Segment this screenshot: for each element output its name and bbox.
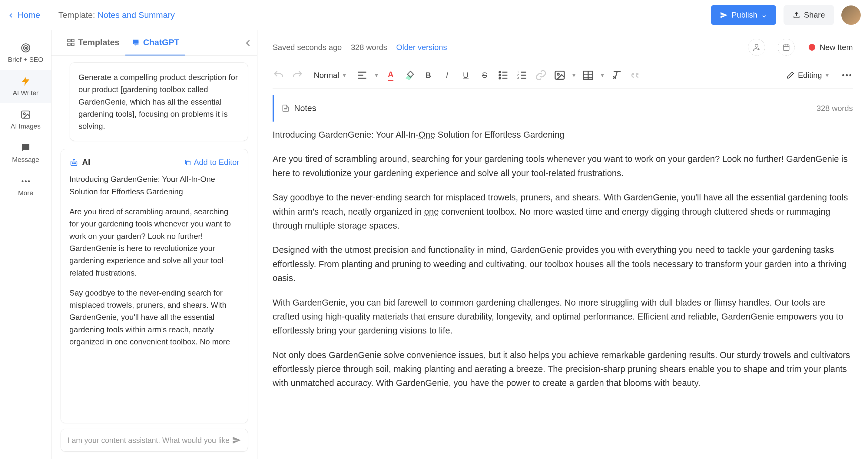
chevron-down-icon[interactable]: ▾ bbox=[572, 71, 576, 79]
table-button[interactable] bbox=[582, 69, 594, 81]
bullet-list-button[interactable] bbox=[497, 69, 509, 81]
rail-message[interactable]: Message bbox=[0, 137, 51, 170]
redo-button[interactable] bbox=[291, 69, 304, 81]
svg-point-25 bbox=[557, 73, 559, 75]
svg-point-18 bbox=[499, 71, 501, 73]
svg-point-29 bbox=[849, 74, 851, 77]
send-button[interactable] bbox=[232, 436, 241, 445]
share-button[interactable]: Share bbox=[783, 5, 834, 25]
add-to-editor-button[interactable]: Add to Editor bbox=[184, 157, 239, 167]
spellcheck-word[interactable]: one bbox=[424, 207, 438, 217]
home-label: Home bbox=[18, 10, 40, 20]
quote-button[interactable] bbox=[629, 69, 642, 81]
italic-button[interactable]: I bbox=[441, 69, 453, 81]
svg-point-0 bbox=[22, 44, 30, 52]
rail-label: AI Writer bbox=[13, 89, 38, 97]
notes-word-count: 328 words bbox=[816, 104, 853, 113]
upload-icon bbox=[793, 11, 801, 19]
tab-label: Templates bbox=[78, 37, 119, 47]
older-versions-link[interactable]: Older versions bbox=[396, 43, 447, 52]
doc-paragraph[interactable]: Not only does GardenGenie solve convenie… bbox=[273, 348, 853, 390]
doc-paragraph[interactable]: Are you tired of scrambling around, sear… bbox=[273, 152, 853, 180]
rail-brief-seo[interactable]: Brief + SEO bbox=[0, 36, 51, 70]
mode-select[interactable]: Editing ▾ bbox=[786, 70, 829, 80]
ai-response-body: Introducing GardenGenie: Your All-In-One… bbox=[69, 173, 239, 355]
publish-button[interactable]: Publish bbox=[711, 5, 776, 25]
rail-more[interactable]: More bbox=[0, 170, 51, 203]
ai-paragraph: Introducing GardenGenie: Your All-In-One… bbox=[69, 173, 239, 198]
copy-icon bbox=[184, 159, 191, 166]
editor-main: Saved seconds ago 328 words Older versio… bbox=[257, 30, 868, 459]
doc-paragraph[interactable]: With GardenGenie, you can bid farewell t… bbox=[273, 295, 853, 338]
word-count: 328 words bbox=[351, 43, 387, 52]
highlight-button[interactable] bbox=[403, 69, 415, 81]
svg-point-27 bbox=[842, 74, 844, 77]
undo-button[interactable] bbox=[273, 69, 285, 81]
link-button[interactable] bbox=[535, 69, 547, 81]
new-item-status[interactable]: New Item bbox=[809, 43, 853, 52]
chat-input-card bbox=[61, 429, 248, 452]
user-prompt-card: Generate a compelling product descriptio… bbox=[70, 62, 248, 141]
tab-chatgpt[interactable]: ChatGPT bbox=[125, 30, 185, 56]
avatar[interactable] bbox=[841, 5, 861, 25]
notes-section-header[interactable]: Notes 328 words bbox=[273, 95, 853, 121]
paragraph-style-select[interactable]: Normal▾ bbox=[310, 70, 349, 80]
bold-button[interactable]: B bbox=[422, 69, 434, 81]
svg-point-14 bbox=[74, 163, 76, 164]
share-label: Share bbox=[804, 10, 825, 20]
svg-rect-12 bbox=[71, 161, 77, 166]
svg-text:3: 3 bbox=[517, 76, 519, 80]
image-button[interactable] bbox=[554, 69, 566, 81]
templates-icon bbox=[67, 38, 75, 47]
target-icon bbox=[20, 42, 31, 53]
add-collaborator-button[interactable] bbox=[748, 39, 765, 56]
svg-point-16 bbox=[755, 44, 758, 47]
rail-ai-images[interactable]: AI Images bbox=[0, 103, 51, 137]
tab-templates[interactable]: Templates bbox=[61, 30, 125, 56]
prompt-text: Generate a compelling product descriptio… bbox=[79, 73, 238, 131]
robot-icon bbox=[69, 158, 79, 167]
svg-rect-8 bbox=[68, 39, 70, 42]
calendar-button[interactable] bbox=[778, 39, 795, 56]
rail-label: Brief + SEO bbox=[8, 56, 43, 64]
pencil-icon bbox=[786, 71, 795, 79]
svg-point-1 bbox=[23, 46, 28, 50]
clear-format-button[interactable] bbox=[611, 69, 623, 81]
ai-panel: Templates ChatGPT Generate a compelling … bbox=[52, 30, 257, 459]
svg-point-19 bbox=[499, 75, 501, 76]
numbered-list-button[interactable]: 123 bbox=[516, 69, 528, 81]
home-link[interactable]: Home bbox=[7, 10, 40, 20]
editor-header: Saved seconds ago 328 words Older versio… bbox=[273, 30, 853, 64]
text-color-button[interactable]: A bbox=[384, 69, 397, 81]
chevron-down-icon bbox=[761, 12, 767, 18]
template-name[interactable]: Notes and Summary bbox=[97, 10, 175, 20]
chevron-down-icon[interactable]: ▾ bbox=[601, 71, 604, 79]
chat-icon bbox=[131, 38, 140, 47]
doc-paragraph[interactable]: Designed with the utmost precision and f… bbox=[273, 243, 853, 285]
svg-rect-9 bbox=[71, 39, 74, 42]
svg-point-20 bbox=[499, 78, 501, 79]
svg-point-5 bbox=[22, 180, 23, 182]
collapse-panel-button[interactable] bbox=[243, 37, 253, 49]
publish-label: Publish bbox=[732, 10, 757, 20]
rail-ai-writer[interactable]: AI Writer bbox=[0, 70, 51, 103]
notes-title: Notes bbox=[294, 104, 316, 113]
doc-paragraph[interactable]: Say goodbye to the never-ending search f… bbox=[273, 191, 853, 232]
svg-point-6 bbox=[25, 180, 27, 182]
svg-rect-17 bbox=[783, 45, 789, 51]
chevron-down-icon: ▾ bbox=[826, 71, 829, 79]
spellcheck-word[interactable]: One bbox=[418, 130, 435, 140]
chevron-left-icon bbox=[7, 11, 14, 19]
underline-button[interactable]: U bbox=[460, 69, 472, 81]
doc-paragraph[interactable]: Introducing GardenGenie: Your All-In-One… bbox=[273, 127, 853, 142]
strikethrough-button[interactable]: S bbox=[478, 69, 491, 81]
top-bar: Home Template: Notes and Summary Publish… bbox=[0, 0, 868, 30]
more-toolbar-button[interactable] bbox=[841, 69, 853, 81]
ai-response-label: AI bbox=[69, 157, 90, 167]
document-body[interactable]: Introducing GardenGenie: Your All-In-One… bbox=[273, 121, 853, 459]
ai-paragraph: Say goodbye to the never-ending search f… bbox=[69, 287, 239, 348]
more-icon bbox=[20, 176, 31, 187]
chevron-down-icon[interactable]: ▾ bbox=[375, 71, 378, 79]
chat-input[interactable] bbox=[67, 436, 232, 445]
align-button[interactable] bbox=[356, 69, 368, 81]
